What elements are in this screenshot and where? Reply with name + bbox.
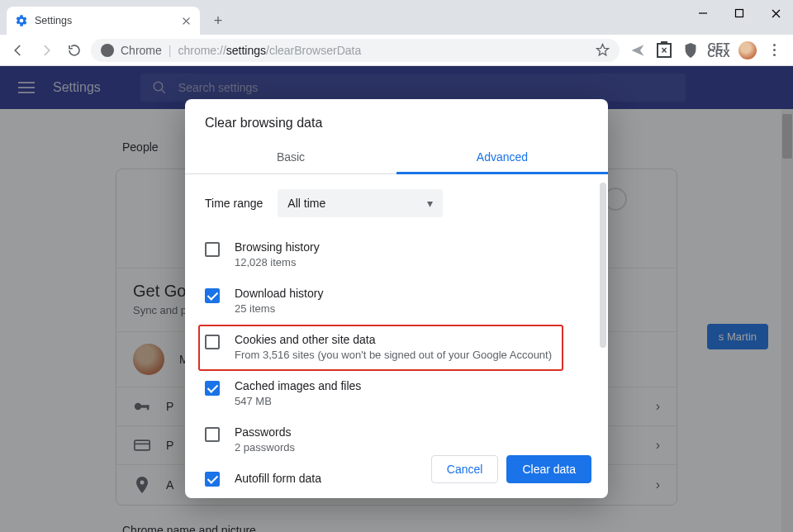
url-prefix: chrome:// [178,44,226,57]
bookmark-star-icon[interactable] [596,43,610,57]
option-download-history[interactable]: Download history 25 items [205,278,588,325]
option-cached-images[interactable]: Cached images and files 547 MB [205,371,588,417]
checkbox[interactable] [205,242,220,257]
address-bar[interactable]: Chrome | chrome://settings/clearBrowserD… [91,39,620,62]
window-controls [691,3,788,23]
tab-title: Settings [35,15,72,26]
option-title: Browsing history [235,240,320,254]
getcrx-extension[interactable]: GET CRX [709,42,729,59]
option-subtitle: 12,028 items [235,256,320,268]
svg-marker-6 [596,44,608,55]
checkbox[interactable] [205,288,220,303]
option-title: Autofill form data [235,472,321,485]
back-button[interactable] [7,39,30,62]
clear-browsing-data-dialog: Clear browsing data Basic Advanced Time … [185,99,608,498]
option-title: Cookies and other site data [235,333,552,346]
new-tab-button[interactable]: + [207,9,230,32]
browser-tab[interactable]: Settings [7,7,200,35]
option-cookies[interactable]: Cookies and other site data From 3,516 s… [198,325,563,371]
send-icon[interactable] [629,42,646,59]
gear-icon [15,14,28,27]
forward-button[interactable] [35,39,58,62]
url-emph: settings [226,44,266,57]
time-range-select[interactable]: All time ▾ [278,189,443,217]
minimize-button[interactable] [691,3,715,23]
option-subtitle: 2 passwords [235,441,295,454]
extension-icons: GET CRX [624,41,786,59]
option-subtitle: 547 MB [235,395,361,407]
chrome-icon [101,44,114,57]
tab-basic[interactable]: Basic [185,142,396,173]
url-suffix: /clearBrowserData [266,44,361,57]
shield-icon[interactable] [682,42,699,59]
checkbox[interactable] [205,427,220,442]
reload-button[interactable] [63,39,86,62]
time-range-row: Time range All time ▾ [205,189,588,217]
option-title: Passwords [235,425,295,439]
close-window-button[interactable] [763,3,788,23]
checkbox[interactable] [205,381,220,396]
dialog-body: Time range All time ▾ Browsing history 1… [185,174,608,442]
browser-menu-button[interactable] [767,44,781,56]
option-browsing-history[interactable]: Browsing history 12,028 items [205,232,588,278]
option-title: Cached images and files [235,379,361,392]
dialog-title: Clear browsing data [185,99,608,142]
omnibox-app: Chrome [121,44,162,57]
omnibox-separator: | [169,44,172,57]
maximize-button[interactable] [727,3,752,23]
browser-toolbar: Chrome | chrome://settings/clearBrowserD… [0,35,793,66]
option-passwords[interactable]: Passwords 2 passwords [205,417,588,463]
option-autofill[interactable]: Autofill form data [205,463,588,487]
browser-titlebar: Settings + [0,0,793,35]
option-title: Download history [235,287,323,300]
dialog-scrollbar[interactable] [600,183,606,348]
checkbox[interactable] [205,335,220,349]
tab-advanced[interactable]: Advanced [396,142,608,173]
time-range-label: Time range [205,197,263,210]
checkbox[interactable] [205,472,220,487]
dialog-tabs: Basic Advanced [185,142,608,174]
svg-rect-3 [736,10,743,17]
extension-box-icon[interactable] [656,42,672,59]
profile-avatar[interactable] [738,41,757,59]
time-range-value: All time [287,197,325,210]
close-tab-icon[interactable] [180,15,192,26]
option-subtitle: From 3,516 sites (you won't be signed ou… [235,349,552,361]
option-subtitle: 25 items [235,302,323,315]
chevron-down-icon: ▾ [427,197,433,210]
